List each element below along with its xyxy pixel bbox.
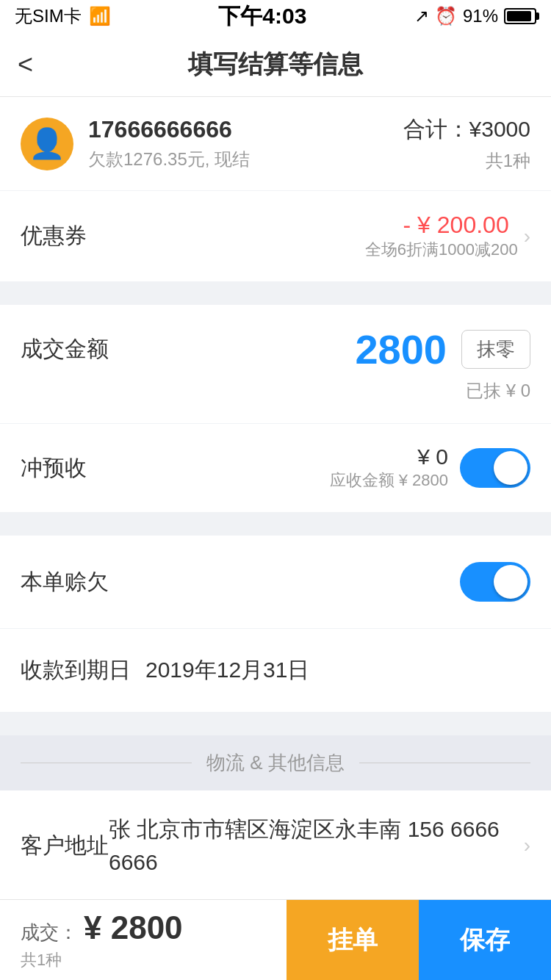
user-debt: 欠款1276.35元, 现结 — [88, 148, 403, 171]
user-row: 👤 17666666666 欠款1276.35元, 现结 合计：¥3000 共1… — [0, 97, 551, 190]
divider-line-left — [21, 763, 192, 763]
prepay-toggle-thumb — [494, 451, 527, 485]
divider-2 — [0, 524, 551, 536]
pending-button[interactable]: 挂单 — [287, 900, 419, 980]
amount-value-wrap: 2800 抹零 — [355, 325, 530, 373]
credit-toggle[interactable] — [460, 562, 530, 602]
already-rounded-label: 已抹 ¥ 0 — [21, 379, 530, 403]
divider-1 — [0, 293, 551, 305]
due-date-label: 收款到期日 — [21, 655, 131, 685]
address-section: 客户地址 张 北京市市辖区海淀区永丰南 156 6666 6666 › — [0, 790, 551, 901]
logistics-divider: 物流 & 其他信息 — [0, 735, 551, 790]
total-count: 共1种 — [403, 149, 530, 173]
prepay-row: 冲预收 ¥ 0 应收金额 ¥ 2800 — [0, 423, 551, 512]
coupon-chevron-icon: › — [524, 225, 530, 248]
back-button[interactable]: < — [18, 49, 33, 80]
deal-amount-section: 成交金额 2800 抹零 已抹 ¥ 0 冲预收 ¥ 0 应收金额 ¥ 2800 — [0, 305, 551, 512]
battery-percent: 91% — [463, 6, 498, 26]
status-left: 无SIM卡 📶 — [15, 4, 111, 28]
prepay-amount: ¥ 0 — [330, 444, 448, 469]
address-value: 张 北京市市辖区海淀区永丰南 156 6666 6666 — [109, 813, 515, 879]
wifi-icon: 📶 — [89, 6, 111, 26]
credit-toggle-thumb — [494, 565, 527, 599]
prepay-toggle-wrap: ¥ 0 应收金额 ¥ 2800 — [330, 444, 530, 491]
alarm-icon: ⏰ — [435, 6, 457, 26]
coupon-discount: - ¥ 200.00 — [365, 212, 509, 239]
address-chevron-icon: › — [524, 834, 530, 857]
avatar-icon: 👤 — [29, 126, 65, 161]
save-button[interactable]: 保存 — [419, 900, 551, 980]
divider-line-right — [359, 763, 530, 763]
amount-section: 成交金额 2800 抹零 已抹 ¥ 0 — [0, 305, 551, 423]
address-label: 客户地址 — [21, 831, 109, 861]
user-info-section: 👤 17666666666 欠款1276.35元, 现结 合计：¥3000 共1… — [0, 97, 551, 281]
logistics-label: 物流 & 其他信息 — [192, 750, 359, 776]
status-right: ↗ ⏰ 91% — [414, 6, 536, 26]
deal-amount-value: 2800 — [355, 325, 447, 373]
coupon-right: - ¥ 200.00 全场6折满1000减200 › — [365, 212, 530, 261]
status-bar: 无SIM卡 📶 下午4:03 ↗ ⏰ 91% — [0, 0, 551, 32]
carrier-label: 无SIM卡 — [15, 4, 82, 28]
battery-icon — [504, 8, 536, 24]
total-amount: 合计：¥3000 — [403, 115, 530, 145]
footer-buttons: 挂单 保存 — [287, 900, 551, 980]
coupon-label: 优惠券 — [21, 221, 87, 251]
nav-bar: < 填写结算等信息 — [0, 32, 551, 97]
prepay-toggle[interactable] — [460, 448, 530, 488]
footer-count: 共1种 — [21, 949, 266, 971]
coupon-row[interactable]: 优惠券 - ¥ 200.00 全场6折满1000减200 › — [0, 190, 551, 281]
credit-section: 本单赊欠 收款到期日 2019年12月31日 — [0, 536, 551, 712]
address-row[interactable]: 客户地址 张 北京市市辖区海淀区永丰南 156 6666 6666 › — [0, 790, 551, 901]
avatar: 👤 — [21, 118, 73, 170]
user-total: 合计：¥3000 共1种 — [403, 115, 530, 173]
divider-3 — [0, 724, 551, 735]
due-date-value: 2019年12月31日 — [145, 655, 309, 685]
user-phone: 17666666666 — [88, 116, 403, 143]
footer-bar: 成交： ¥ 2800 共1种 挂单 保存 — [0, 899, 551, 980]
page-title: 填写结算等信息 — [188, 48, 363, 82]
footer-amount: ¥ 2800 — [84, 909, 183, 946]
footer-deal-label: 成交： — [21, 920, 78, 945]
location-icon: ↗ — [414, 6, 429, 26]
amount-row: 成交金额 2800 抹零 — [21, 325, 530, 373]
time-label: 下午4:03 — [218, 1, 306, 32]
round-zero-button[interactable]: 抹零 — [461, 330, 530, 369]
deal-amount-label: 成交金额 — [21, 334, 109, 364]
due-date-row: 收款到期日 2019年12月31日 — [0, 628, 551, 712]
credit-label: 本单赊欠 — [21, 567, 109, 597]
footer-summary: 成交： ¥ 2800 共1种 — [0, 909, 287, 971]
coupon-desc: 全场6折满1000减200 — [365, 239, 518, 261]
credit-row: 本单赊欠 — [0, 536, 551, 628]
user-info: 17666666666 欠款1276.35元, 现结 — [88, 116, 403, 171]
prepay-sub: 应收金额 ¥ 2800 — [330, 469, 448, 491]
prepay-label: 冲预收 — [21, 453, 87, 483]
